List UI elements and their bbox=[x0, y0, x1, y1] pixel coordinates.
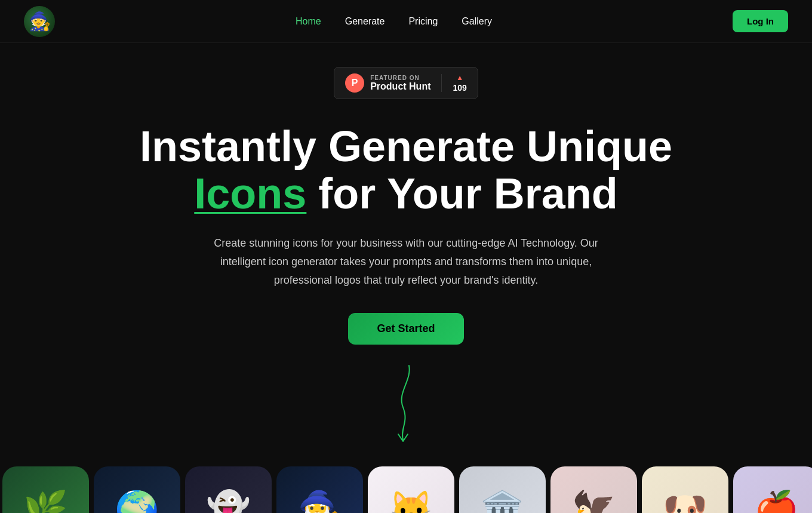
ph-vote-count: 109 bbox=[453, 83, 466, 93]
headline-highlight: Icons bbox=[194, 170, 306, 217]
gallery-item[interactable]: 🌍 bbox=[94, 466, 180, 513]
nav-link-home[interactable]: Home bbox=[296, 16, 321, 26]
gallery-icon: 🍎 bbox=[733, 466, 812, 513]
hero-section: P FEATURED ON Product Hunt ▲ 109 Instant… bbox=[0, 43, 812, 460]
ph-name-label: Product Hunt bbox=[370, 81, 430, 92]
gallery-icon: 🦅 bbox=[550, 466, 637, 513]
arrow-svg bbox=[391, 363, 421, 446]
gallery-icon: 🌍 bbox=[94, 466, 180, 513]
gallery-item[interactable]: 🍎 bbox=[733, 466, 812, 513]
ph-upvote-icon: ▲ bbox=[456, 73, 463, 82]
gallery-item[interactable]: 🌿 bbox=[2, 466, 89, 513]
nav-links: Home Generate Pricing Gallery bbox=[296, 16, 492, 27]
get-started-button[interactable]: Get Started bbox=[348, 313, 463, 345]
nav-item-pricing[interactable]: Pricing bbox=[408, 16, 438, 27]
gallery-icon: 🌿 bbox=[2, 466, 89, 513]
ph-divider bbox=[441, 74, 442, 92]
navbar: 🧙 Home Generate Pricing Gallery Log In bbox=[0, 0, 812, 43]
gallery-strip: 🌿🌍👻🧙‍♂️🐱🏛️🦅🐶🍎🍊 bbox=[0, 466, 812, 513]
nav-link-pricing[interactable]: Pricing bbox=[408, 16, 438, 26]
ph-featured-label: FEATURED ON bbox=[370, 75, 419, 81]
gallery-icon: 🧙‍♂️ bbox=[276, 466, 363, 513]
hero-subtitle: Create stunning icons for your business … bbox=[203, 234, 609, 289]
nav-item-home[interactable]: Home bbox=[296, 16, 321, 27]
hero-headline: Instantly Generate Unique Icons for Your… bbox=[137, 123, 675, 217]
gallery-item[interactable]: 🦅 bbox=[550, 466, 637, 513]
nav-item-generate[interactable]: Generate bbox=[345, 16, 385, 27]
gallery-item[interactable]: 👻 bbox=[185, 466, 272, 513]
logo[interactable]: 🧙 bbox=[24, 6, 55, 37]
gallery-item[interactable]: 🏛️ bbox=[459, 466, 546, 513]
headline-part2: for Your Brand bbox=[306, 170, 617, 217]
gallery-item[interactable]: 🐱 bbox=[368, 466, 454, 513]
ph-text: FEATURED ON Product Hunt bbox=[370, 75, 430, 92]
nav-link-gallery[interactable]: Gallery bbox=[462, 16, 492, 26]
arrow-decoration bbox=[391, 363, 421, 449]
gallery-icon: 🏛️ bbox=[459, 466, 546, 513]
nav-link-generate[interactable]: Generate bbox=[345, 16, 385, 26]
gallery-icon: 👻 bbox=[185, 466, 272, 513]
login-button[interactable]: Log In bbox=[733, 10, 788, 32]
product-hunt-badge[interactable]: P FEATURED ON Product Hunt ▲ 109 bbox=[334, 67, 478, 99]
ph-logo-icon: P bbox=[345, 73, 364, 93]
headline-part1: Instantly Generate Unique bbox=[140, 122, 672, 170]
logo-icon: 🧙 bbox=[24, 6, 55, 37]
wizard-emoji: 🧙 bbox=[29, 13, 51, 30]
ph-votes: ▲ 109 bbox=[453, 73, 466, 93]
gallery-item[interactable]: 🐶 bbox=[642, 466, 728, 513]
gallery-icon: 🐱 bbox=[368, 466, 454, 513]
nav-item-gallery[interactable]: Gallery bbox=[462, 16, 492, 27]
gallery-item[interactable]: 🧙‍♂️ bbox=[276, 466, 363, 513]
gallery-icon: 🐶 bbox=[642, 466, 728, 513]
